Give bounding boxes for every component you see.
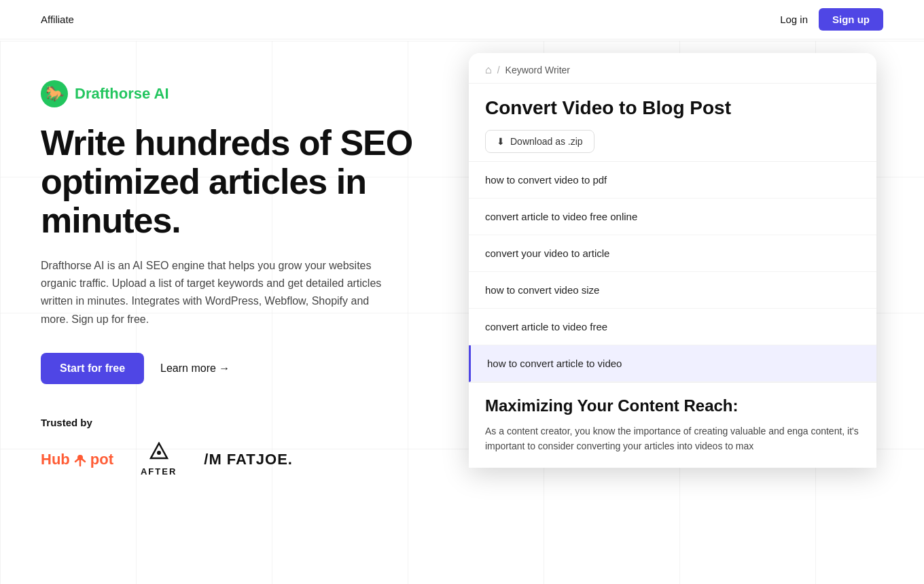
keyword-list: how to convert video to pdf convert arti… bbox=[469, 161, 876, 382]
article-preview: Maximizing Your Content Reach: As a cont… bbox=[469, 382, 876, 468]
keyword-item[interactable]: convert article to video free bbox=[469, 309, 876, 345]
login-button[interactable]: Log in bbox=[780, 14, 808, 25]
hero-headline: Write hundreds of SEO optimized articles… bbox=[41, 124, 421, 241]
affiliate-link[interactable]: Affiliate bbox=[41, 14, 74, 25]
header: Affiliate Log in Sign up bbox=[0, 0, 924, 39]
trusted-label: Trusted by bbox=[41, 417, 421, 428]
trusted-logos: Hub pot bbox=[41, 442, 421, 477]
hero-subtext: Drafthorse AI is an AI SEO engine that h… bbox=[41, 257, 394, 329]
download-zip-button[interactable]: ⬇ Download as .zip bbox=[485, 130, 594, 153]
logo-text: Drafthorse AI bbox=[75, 85, 169, 103]
signup-button[interactable]: Sign up bbox=[819, 8, 883, 31]
horse-emoji: 🐎 bbox=[46, 85, 64, 103]
header-affiliate: Affiliate bbox=[41, 14, 74, 26]
keyword-text: convert article to video free bbox=[485, 321, 607, 332]
left-panel: 🐎 Drafthorse AI Write hundreds of SEO op… bbox=[0, 39, 462, 581]
right-panel: ⌂ / Keyword Writer Convert Video to Blog… bbox=[462, 39, 924, 581]
home-icon: ⌂ bbox=[485, 64, 492, 76]
keyword-text: convert your video to article bbox=[485, 247, 609, 259]
header-nav: Log in Sign up bbox=[780, 8, 883, 31]
article-preview-body: As a content creator, you know the impor… bbox=[485, 424, 860, 454]
logo-row: 🐎 Drafthorse AI bbox=[41, 80, 421, 107]
after-logo: AFTER bbox=[141, 442, 177, 477]
after-text: AFTER bbox=[141, 466, 177, 477]
fatjoe-text: /M FATJOE. bbox=[204, 451, 293, 468]
hubspot-icon bbox=[73, 452, 88, 467]
after-svg-icon bbox=[149, 442, 168, 461]
after-icon bbox=[149, 442, 168, 465]
hubspot-dot-container bbox=[73, 452, 88, 467]
keyword-item[interactable]: how to convert video to pdf bbox=[469, 162, 876, 199]
cta-row: Start for free Learn more → bbox=[41, 353, 421, 384]
main-content: 🐎 Drafthorse AI Write hundreds of SEO op… bbox=[0, 39, 924, 581]
fatjoe-logo: /M FATJOE. bbox=[204, 451, 293, 468]
keyword-text: how to convert video size bbox=[485, 284, 599, 296]
trusted-section: Trusted by Hub pot bbox=[41, 417, 421, 477]
keyword-item-highlighted[interactable]: how to convert article to video bbox=[469, 345, 876, 382]
download-label: Download as .zip bbox=[510, 136, 583, 147]
app-page-title: Convert Video to Blog Post bbox=[469, 84, 876, 130]
learn-more-button[interactable]: Learn more → bbox=[160, 362, 230, 375]
app-window: ⌂ / Keyword Writer Convert Video to Blog… bbox=[469, 53, 876, 468]
logo-icon: 🐎 bbox=[41, 80, 68, 107]
hubspot-logo: Hub pot bbox=[41, 451, 113, 468]
hubspot-text: Hub bbox=[41, 451, 70, 468]
breadcrumb-separator: / bbox=[497, 65, 500, 75]
keyword-item[interactable]: how to convert video size bbox=[469, 272, 876, 309]
keyword-text: how to convert article to video bbox=[487, 358, 622, 369]
svg-point-6 bbox=[157, 451, 161, 455]
article-preview-title: Maximizing Your Content Reach: bbox=[485, 396, 860, 415]
keyword-item[interactable]: convert your video to article bbox=[469, 235, 876, 272]
breadcrumb: ⌂ / Keyword Writer bbox=[469, 53, 876, 84]
start-for-free-button[interactable]: Start for free bbox=[41, 353, 144, 384]
download-bar: ⬇ Download as .zip bbox=[469, 130, 876, 161]
download-icon: ⬇ bbox=[497, 136, 505, 147]
keyword-text: convert article to video free online bbox=[485, 211, 637, 222]
keyword-item[interactable]: convert article to video free online bbox=[469, 199, 876, 235]
hubspot-text2: pot bbox=[90, 451, 113, 468]
keyword-text: how to convert video to pdf bbox=[485, 174, 607, 186]
breadcrumb-current: Keyword Writer bbox=[505, 65, 570, 75]
